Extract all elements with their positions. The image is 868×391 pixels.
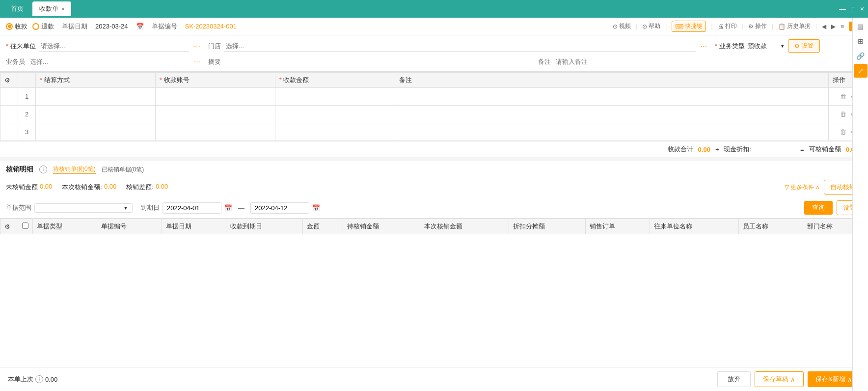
current-label: 本次核销金额: bbox=[62, 183, 102, 192]
table-row: 2 🗑 ⊕ bbox=[0, 106, 868, 123]
doc-range-label: 单据范围 bbox=[6, 203, 31, 212]
due-date-end-input[interactable] bbox=[250, 202, 309, 214]
tab-close-icon[interactable]: × bbox=[61, 6, 64, 12]
unverified-value: 0.00 bbox=[40, 183, 52, 192]
query-btn[interactable]: 查询 bbox=[804, 201, 833, 215]
amount-cell[interactable] bbox=[275, 106, 395, 123]
operation-btn[interactable]: ⚙ 操作 bbox=[748, 22, 767, 30]
amount-cell[interactable] bbox=[275, 123, 395, 141]
col-settings-header[interactable]: ⚙ bbox=[0, 73, 18, 88]
row-checkbox-cell bbox=[0, 88, 18, 106]
store-input[interactable] bbox=[224, 41, 696, 52]
unverified-stat: 未核销金额 0.00 bbox=[6, 183, 52, 192]
verification-header: 核销明细 i 待核销单据(0笔) 已核销单据(0笔) bbox=[0, 161, 868, 178]
biz-type-label: 业务类型 bbox=[715, 42, 745, 51]
sidebar-table-icon[interactable]: ▤ bbox=[854, 20, 868, 33]
bottom-bar: 本单上次 i 0.00 放弃 保存草稿 ∧ 保存&新增 ∧ bbox=[0, 367, 868, 391]
tab-active-label: 收款单 bbox=[39, 4, 58, 13]
col-settlement-header: 结算方式 bbox=[36, 73, 156, 88]
save-draft-btn[interactable]: 保存草稿 ∧ bbox=[755, 371, 804, 387]
note-cell[interactable] bbox=[395, 123, 829, 141]
counterpart-input[interactable] bbox=[39, 41, 189, 52]
calendar-icon[interactable]: 📅 bbox=[136, 23, 144, 30]
due-date-start-input[interactable] bbox=[163, 202, 221, 214]
shortcut-btn[interactable]: ⌨ 快捷键 bbox=[672, 21, 706, 32]
discard-btn[interactable]: 放弃 bbox=[717, 371, 751, 387]
bt-settings-header[interactable]: ⚙ bbox=[0, 219, 18, 234]
date-dash: — bbox=[235, 204, 247, 212]
doc-range-field: 单据范围 ▼ bbox=[6, 203, 133, 213]
note-input[interactable] bbox=[554, 56, 862, 67]
account-cell[interactable] bbox=[155, 88, 275, 106]
list-icon[interactable]: ≡ bbox=[841, 23, 844, 30]
bottom-table-container: ⚙ 单据类型 单据编号 单据日期 收款到期日 金额 待核销金额 本次核销金额 折… bbox=[0, 219, 868, 367]
account-cell[interactable] bbox=[155, 123, 275, 141]
note-field: 备注 bbox=[538, 56, 862, 67]
radio-receive-dot bbox=[6, 23, 13, 30]
tab-bar: 首页 收款单 × — □ × bbox=[0, 0, 868, 18]
amount-cell[interactable] bbox=[275, 88, 395, 106]
sidebar-expand-icon[interactable]: ⤢ bbox=[854, 64, 868, 78]
prev-info-icon[interactable]: i bbox=[35, 375, 43, 383]
bt-checkbox-header[interactable] bbox=[18, 219, 33, 234]
delete-icon[interactable]: 🗑 bbox=[840, 93, 846, 100]
bottom-table: ⚙ 单据类型 单据编号 单据日期 收款到期日 金额 待核销金额 本次核销金额 折… bbox=[0, 219, 868, 234]
filter-icon: ▽ bbox=[785, 184, 789, 191]
discount-input[interactable] bbox=[756, 144, 795, 154]
more-filter-btn[interactable]: ▽ 更多条件 ∧ bbox=[785, 183, 820, 192]
tab-home[interactable]: 首页 bbox=[4, 1, 30, 16]
maximize-icon[interactable]: □ bbox=[851, 5, 855, 13]
settlement-cell[interactable] bbox=[36, 88, 156, 106]
print-btn[interactable]: 🖨 打印 bbox=[718, 22, 737, 30]
tab-active[interactable]: 收款单 × bbox=[32, 1, 71, 16]
table-row: 3 🗑 ⊕ bbox=[0, 123, 868, 141]
minimize-icon[interactable]: — bbox=[839, 5, 846, 13]
history-btn[interactable]: 📋 历史单据 bbox=[778, 22, 811, 30]
account-cell[interactable] bbox=[155, 106, 275, 123]
save-draft-chevron[interactable]: ∧ bbox=[790, 376, 795, 383]
total-label: 收款合计 bbox=[668, 145, 693, 154]
counterpart-more-btn[interactable]: ··· bbox=[192, 42, 202, 51]
discount-label: 现金折扣: bbox=[724, 145, 751, 154]
store-more-btn[interactable]: ··· bbox=[699, 42, 709, 51]
info-icon[interactable]: i bbox=[39, 166, 47, 173]
current-stat: 本次核销金额: 0.00 bbox=[62, 183, 116, 192]
close-icon[interactable]: × bbox=[860, 5, 864, 13]
biz-type-dropdown-icon[interactable]: ▼ bbox=[780, 43, 785, 49]
col-rownum-header bbox=[18, 73, 36, 88]
doc-range-select[interactable]: ▼ bbox=[34, 203, 133, 213]
calendar-end-icon[interactable]: 📅 bbox=[312, 204, 320, 212]
verification-section: 核销明细 i 待核销单据(0笔) 已核销单据(0笔) 未核销金额 0.00 本次… bbox=[0, 161, 868, 367]
net-label: 可核销金额 bbox=[809, 145, 841, 154]
biz-type-value: 预收款 bbox=[748, 42, 777, 51]
save-new-chevron[interactable]: ∧ bbox=[847, 376, 852, 383]
sidebar-link-icon[interactable]: 🔗 bbox=[854, 49, 868, 63]
note-label: 备注 bbox=[538, 57, 551, 66]
video-btn[interactable]: ⊙ 视频 bbox=[613, 22, 631, 30]
prev-label: 本单上次 bbox=[8, 375, 33, 384]
radio-refund[interactable]: 退款 bbox=[32, 22, 54, 31]
calendar-start-icon[interactable]: 📅 bbox=[224, 204, 232, 212]
sidebar-grid-icon[interactable]: ⊞ bbox=[854, 34, 868, 48]
form-settings-btn[interactable]: ⚙ 设置 bbox=[788, 39, 820, 53]
settlement-cell[interactable] bbox=[36, 106, 156, 123]
radio-receive[interactable]: 收款 bbox=[6, 22, 27, 31]
chevron-left-icon[interactable]: ◀ bbox=[822, 23, 826, 30]
staff-more-btn[interactable]: ··· bbox=[192, 57, 202, 66]
summary-input[interactable] bbox=[224, 56, 532, 67]
delete-icon[interactable]: 🗑 bbox=[840, 128, 846, 136]
note-cell[interactable] bbox=[395, 106, 829, 123]
row-num-cell: 1 bbox=[18, 88, 36, 106]
help-btn[interactable]: ⊙ 帮助 bbox=[642, 22, 660, 30]
delete-icon[interactable]: 🗑 bbox=[840, 111, 846, 118]
row-checkbox-cell bbox=[0, 123, 18, 141]
staff-input[interactable] bbox=[28, 56, 189, 67]
staff-label: 业务员 bbox=[6, 57, 25, 66]
done-tab[interactable]: 已核销单据(0笔) bbox=[102, 166, 144, 174]
select-all-checkbox[interactable] bbox=[22, 223, 28, 229]
note-cell[interactable] bbox=[395, 88, 829, 106]
pending-tab[interactable]: 待核销单据(0笔) bbox=[53, 165, 96, 174]
chevron-right-icon[interactable]: ▶ bbox=[831, 23, 836, 30]
settlement-cell[interactable] bbox=[36, 123, 156, 141]
row-num-cell: 3 bbox=[18, 123, 36, 141]
